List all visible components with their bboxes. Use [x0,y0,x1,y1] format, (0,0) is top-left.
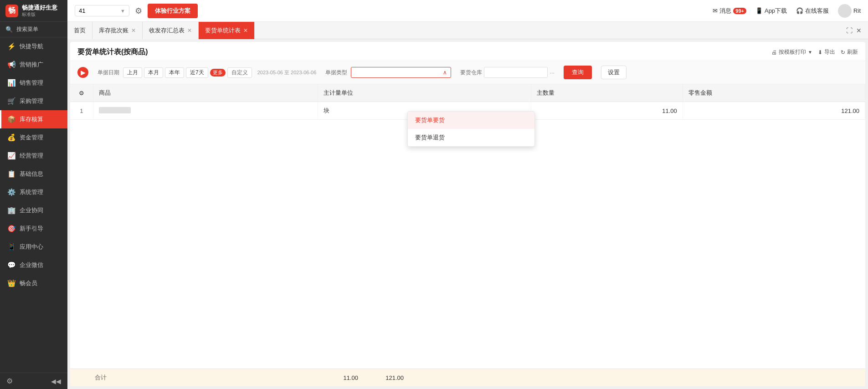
system-icon: ⚙️ [7,188,16,196]
nav-label: 库存核算 [20,115,43,123]
sidebar-bottom: ⚙ ◀◀ [0,373,67,389]
type-filter-arrow[interactable]: ∧ [443,69,447,76]
nav-label: 销售管理 [20,79,43,87]
sidebar-item-marketing[interactable]: 📢 营销推广 [0,56,67,74]
online-service-label: 在线客服 [805,7,829,15]
maximize-icon[interactable]: ⛶ [844,25,854,36]
dropdown-item-requisition-order[interactable]: 要货单要货 [408,112,534,129]
sidebar-collapse-icon[interactable]: ◀◀ [51,378,61,385]
date-more-badge[interactable]: 更多 [210,69,226,77]
sidebar-item-wechat[interactable]: 💬 企业微信 [0,256,67,274]
print-icon: 🖨 [771,49,777,56]
refresh-label: 刷新 [847,48,858,56]
purchase-icon: 🛒 [7,97,16,105]
nav-label: 企业微信 [20,261,43,269]
tab-requisition-close[interactable]: ✕ [243,27,248,34]
sidebar-item-system[interactable]: ⚙️ 系统管理 [0,183,67,201]
sidebar-item-member[interactable]: 👑 畅会员 [0,274,67,292]
footer-total-label: 合计 [76,374,180,382]
warehouse-input[interactable] [484,67,548,78]
tab-summary[interactable]: 收发存汇总表 ✕ [143,22,199,39]
sidebar: 畅 畅捷通好生意 标准版 🔍 搜索菜单 ⚡ 快捷导航 📢 营销推广 📊 销售管理… [0,0,67,389]
topbar-left: 41 ▼ ⚙ 体验行业方案 [75,4,198,18]
sidebar-item-enterprise[interactable]: 🏢 企业协同 [0,201,67,220]
export-btn[interactable]: ⬇ 导出 [818,48,835,56]
sidebar-search[interactable]: 🔍 搜索菜单 [0,22,67,37]
footer-amount: 121.00 [358,374,404,381]
main-content: 41 ▼ ⚙ 体验行业方案 ✉ 消息 99+ 📱 App下载 🎧 在线客服 R [67,0,868,389]
date-filter-group: 单据日期 上月 本月 本年 近7天 更多 自定义 2023-05-06 至 20… [98,67,316,78]
message-badge: 99+ [733,8,746,14]
nav-label: 新手引导 [20,225,43,233]
enterprise-icon: 🏢 [7,206,16,215]
nav-label: 资金管理 [20,133,43,142]
th-settings[interactable]: ⚙ [70,84,93,102]
member-icon: 👑 [7,279,16,287]
guide-icon: 🎯 [7,225,16,233]
tab-batch-close[interactable]: ✕ [131,27,136,34]
date-btn-prev-month[interactable]: 上月 [123,67,142,78]
sidebar-item-quick-nav[interactable]: ⚡ 快捷导航 [0,37,67,56]
date-btn-this-month[interactable]: 本月 [144,67,163,78]
nav-label: 畅会员 [20,279,37,287]
app-download-item[interactable]: 📱 App下载 [755,7,787,15]
date-btn-this-year[interactable]: 本年 [165,67,184,78]
query-button[interactable]: 查询 [564,66,592,79]
print-label: 按模板打印 [779,48,806,56]
nav-label: 快捷导航 [20,42,43,51]
date-filter-label: 单据日期 [98,69,119,77]
settings-button[interactable]: 设置 [601,66,627,79]
nav-label: 营销推广 [20,61,43,69]
nav-label: 系统管理 [20,188,43,196]
sidebar-item-finance[interactable]: 💰 资金管理 [0,128,67,147]
sidebar-item-inventory[interactable]: 📦 库存核算 [0,110,67,128]
tab-summary-close[interactable]: ✕ [187,27,192,34]
nav-label: 基础信息 [20,170,43,178]
th-unit: 主计量单位 [318,84,531,102]
cell-qty: 11.00 [531,102,683,120]
tab-home[interactable]: 首页 [67,22,92,39]
tab-requisition-label: 要货单统计表 [205,26,241,35]
sidebar-item-sales[interactable]: 📊 销售管理 [0,74,67,92]
trial-button[interactable]: 体验行业方案 [148,4,198,18]
select-arrow-icon: ▼ [120,8,125,14]
filter-expand-btn[interactable]: ▶ [77,67,88,78]
date-range-text: 2023-05-06 至 2023-06-06 [257,69,317,76]
finance-icon: 💰 [7,133,16,142]
sidebar-settings-icon[interactable]: ⚙ [6,377,13,385]
topbar: 41 ▼ ⚙ 体验行业方案 ✉ 消息 99+ 📱 App下载 🎧 在线客服 R [67,0,868,22]
sidebar-item-basic[interactable]: 📋 基础信息 [0,165,67,183]
message-label: 消息 [719,7,731,15]
user-item[interactable]: Rit [838,4,861,18]
sidebar-item-purchase[interactable]: 🛒 采购管理 [0,92,67,110]
dropdown-item-requisition-return[interactable]: 要货单退货 [408,129,534,146]
type-dropdown-popup: 要货单要货 要货单退货 [407,111,535,147]
tab-batch[interactable]: 库存批次账 ✕ [92,22,143,39]
date-custom-btn[interactable]: 自定义 [227,67,252,78]
page-header: 要货单统计表(按商品) 🖨 按模板打印 ▼ ⬇ 导出 ↻ 刷新 [70,42,865,61]
topbar-settings-icon[interactable]: ⚙ [135,6,142,16]
close-window-icon[interactable]: ✕ [854,25,863,36]
inventory-icon: 📦 [7,115,16,123]
online-service-item[interactable]: 🎧 在线客服 [796,7,829,15]
search-icon: 🔍 [5,26,13,33]
sidebar-item-app-center[interactable]: 📱 应用中心 [0,238,67,256]
th-amount: 零售金额 [683,84,865,102]
type-filter-input[interactable]: ∧ [351,67,451,78]
message-item[interactable]: ✉ 消息 99+ [713,7,746,15]
print-btn[interactable]: 🖨 按模板打印 ▼ [771,48,812,56]
refresh-btn[interactable]: ↻ 刷新 [841,48,858,56]
message-icon: ✉ [713,7,718,14]
company-select[interactable]: 41 ▼ [75,5,129,16]
company-value: 41 [79,7,85,14]
warehouse-more-icon[interactable]: ··· [550,69,555,76]
nav-label: 经营管理 [20,152,43,160]
sidebar-item-guide[interactable]: 🎯 新手引导 [0,220,67,238]
tab-requisition[interactable]: 要货单统计表 ✕ [199,22,255,39]
tab-summary-label: 收发存汇总表 [149,26,185,35]
sidebar-item-operations[interactable]: 📈 经营管理 [0,147,67,165]
app-download-label: App下载 [765,7,787,15]
date-btn-7days[interactable]: 近7天 [186,67,208,78]
table-head: ⚙ 商品 主计量单位 主数量 零售金额 [70,84,865,102]
nav-label: 采购管理 [20,97,43,105]
